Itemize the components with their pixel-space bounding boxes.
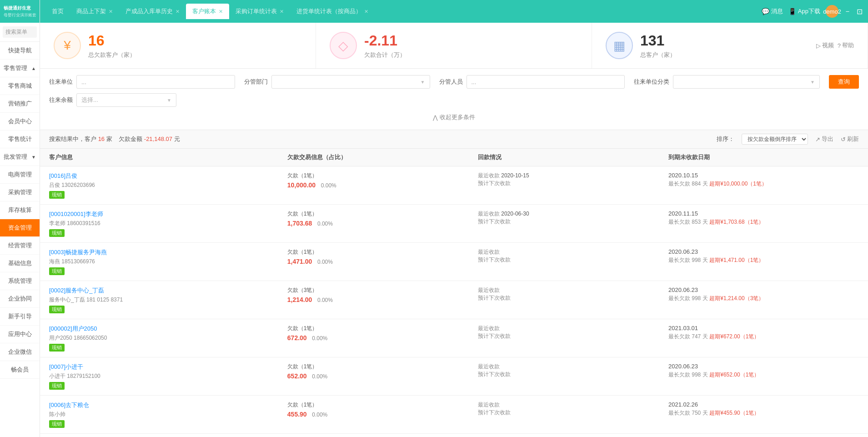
overdue-detail-link[interactable]: 超期¥10,000.00（1笔）	[709, 181, 767, 187]
customer-phone: 吕俊 13026203696	[49, 181, 287, 189]
tab-purchase-stats[interactable]: 采购订单统计表 ✕	[229, 4, 290, 19]
refresh-button[interactable]: ↺ 刷新	[841, 135, 859, 143]
customer-tag: 现销	[49, 382, 65, 390]
customer-phone: 李老师 18600391516	[49, 220, 287, 227]
help-icon: ?	[838, 42, 841, 49]
customer-name-link[interactable]: [0002]服务中心_丁磊	[49, 286, 287, 295]
export-icon: ↗	[815, 136, 820, 143]
debt-info-cell: 欠款（1笔） 1,703.68 0.00%	[287, 210, 478, 227]
customer-info-cell: [0002]服务中心_丁磊 服务中心_丁磊 181 0125 8371 现销	[49, 286, 287, 313]
message-button[interactable]: 💬 消息	[762, 7, 783, 15]
overdue-detail-link[interactable]: 超期¥1,214.00（3笔）	[709, 295, 764, 301]
tab-inbound-stats[interactable]: 进货单统计表（按商品） ✕	[290, 4, 375, 19]
customer-unit-input[interactable]: ...	[76, 75, 235, 89]
customer-name-link[interactable]: [0001020001]李老师	[49, 210, 287, 218]
chevron-down-icon: ▼	[421, 80, 425, 85]
collection-cell: 最近收款 预计下次收款	[478, 401, 668, 417]
debt-info-cell: 欠款（3笔） 1,214.00 0.00%	[287, 286, 478, 303]
collection-cell: 最近收款 预计下次收款	[478, 286, 668, 302]
sidebar-item-basic-info[interactable]: 基础信息	[0, 255, 40, 272]
close-icon[interactable]: ✕	[109, 9, 113, 15]
sidebar-search-area[interactable]: 搜索菜单	[0, 23, 40, 42]
minimize-icon[interactable]: －	[844, 7, 851, 16]
result-info: 搜索结果中，客户 16 家 欠款金额 -21,148.07 元	[49, 135, 180, 143]
customer-name-link[interactable]: [0006]去下粮仓	[49, 401, 287, 409]
export-button[interactable]: ↗ 导出	[815, 135, 833, 143]
filter-customer-unit: 往来单位 ...	[49, 75, 235, 89]
sidebar-item-ecommerce[interactable]: 电商管理	[0, 166, 40, 184]
customer-name-link[interactable]: [0003]畅捷服务尹海燕	[49, 248, 287, 256]
overdue-detail-link[interactable]: 超期¥652.00（1笔）	[709, 372, 759, 378]
sidebar-item-finance[interactable]: 资金管理	[0, 219, 40, 237]
sidebar-item-beginner[interactable]: 新手引导	[0, 308, 40, 326]
sidebar-item-app-center[interactable]: 应用中心	[0, 326, 40, 343]
refresh-icon: ↺	[841, 136, 846, 143]
customer-name-link[interactable]: [0016]吕俊	[49, 172, 287, 180]
filter-balance: 往来余额 选择... ▼	[49, 93, 176, 107]
tab-home[interactable]: 首页	[45, 4, 70, 19]
filter-department: 分管部门 ▼	[244, 75, 430, 89]
overdue-detail-link[interactable]: 超期¥1,703.68（1笔）	[709, 219, 764, 225]
filter-manager: 分管人员 ...	[439, 75, 625, 89]
customer-phone: 陈小帅	[49, 411, 287, 418]
overdue-cell: 2020.06.23 最长欠款 998 天 超期¥652.00（1笔）	[668, 363, 859, 379]
customer-name-link[interactable]: [0007]小进干	[49, 363, 287, 371]
collapse-filter-button[interactable]: ⋀ 收起更多条件	[49, 111, 859, 123]
maximize-icon[interactable]: ⊡	[857, 7, 863, 16]
sidebar-item-system[interactable]: 系统管理	[0, 272, 40, 290]
close-icon[interactable]: ✕	[219, 9, 223, 15]
close-icon[interactable]: ✕	[280, 9, 284, 15]
unit-category-select[interactable]: ▼	[673, 75, 820, 89]
customer-phone: 海燕 18513066976	[49, 258, 287, 266]
help-button[interactable]: ? 帮助	[838, 41, 854, 50]
video-button[interactable]: ▷ 视频	[816, 41, 834, 50]
table-row: [0002]服务中心_丁磊 服务中心_丁磊 181 0125 8371 现销 欠…	[40, 281, 868, 319]
tab-product-listing[interactable]: 商品上下架 ✕	[70, 4, 119, 19]
table-row: [0006]去下粮仓 陈小帅 现销 欠款（1笔） 455.90 0.00% 最近…	[40, 396, 868, 434]
customer-name-link[interactable]: [000002]用户2050	[49, 325, 287, 333]
table-header: 客户信息 欠款交易信息（占比） 回款情况 到期未收款日期	[40, 149, 868, 166]
sidebar-item-marketing[interactable]: 营销推广	[0, 95, 40, 113]
sidebar-item-enterprise-wechat[interactable]: 企业微信	[0, 343, 40, 361]
debt-info-cell: 欠款（1笔） 455.90 0.00%	[287, 401, 478, 418]
manager-input[interactable]: ...	[467, 75, 625, 89]
collection-cell: 最近收款 2020-06-30 预计下次收款	[478, 210, 668, 226]
overdue-detail-link[interactable]: 超期¥455.90（1笔）	[709, 410, 759, 416]
sidebar-item-operations[interactable]: 经营管理	[0, 237, 40, 255]
sidebar-item-retail-stats[interactable]: 零售统计	[0, 131, 40, 148]
search-menu-button[interactable]: 搜索菜单	[3, 26, 37, 38]
sidebar-item-inventory[interactable]: 库存核算	[0, 201, 40, 219]
customer-info-cell: [0007]小进干 小进干 18279152100 现销	[49, 363, 287, 390]
stat-actions: ▷ 视频 ? 帮助	[816, 41, 854, 50]
user-avatar[interactable]: demo2	[826, 5, 838, 18]
sidebar-item-retail-mall[interactable]: 零售商城	[0, 77, 40, 95]
tab-bar: 首页 商品上下架 ✕ 产成品入库单历史 ✕ 客户账本 ✕ 采购订单统计表 ✕ 进…	[45, 4, 762, 19]
result-bar: 搜索结果中，客户 16 家 欠款金额 -21,148.07 元 排序： 按欠款金…	[40, 130, 868, 149]
customer-info-cell: [0016]吕俊 吕俊 13026203696 现销	[49, 172, 287, 199]
sidebar-item-member-vip[interactable]: 畅会员	[0, 361, 40, 379]
app-download-button[interactable]: 📱 App下载	[788, 7, 820, 15]
stat-card-debt-customers: ¥ 16 总欠款客户（家）	[40, 23, 316, 68]
balance-select[interactable]: 选择... ▼	[76, 93, 176, 107]
customer-phone: 用户2050 18665062050	[49, 334, 287, 342]
sidebar-item-member[interactable]: 会员中心	[0, 113, 40, 131]
sidebar-item-enterprise-collab[interactable]: 企业协同	[0, 290, 40, 308]
stat-info-total: -2.11 欠款合计（万）	[364, 32, 406, 59]
sidebar-item-quick-nav[interactable]: 快捷导航	[0, 42, 40, 60]
sort-select[interactable]: 按欠款金额倒序排序	[742, 134, 808, 145]
col-header-customer: 客户信息	[49, 153, 287, 161]
sidebar-item-wholesale[interactable]: 批发管理 ▼	[0, 148, 40, 166]
overdue-detail-link[interactable]: 超期¥1,471.00（1笔）	[709, 257, 764, 263]
tab-customer-ledger[interactable]: 客户账本 ✕	[186, 4, 229, 19]
overdue-detail-link[interactable]: 超期¥672.00（1笔）	[709, 333, 759, 340]
close-icon[interactable]: ✕	[176, 9, 180, 15]
search-button[interactable]: 查询	[829, 75, 859, 89]
customer-tag: 现销	[49, 229, 65, 237]
sidebar-item-retail-mgmt[interactable]: 零售管理 ▲	[0, 60, 40, 77]
table-row: [000001]黄思源 黄思源 13552700226 现销 欠款（1笔） 42…	[40, 434, 868, 437]
department-select[interactable]: ▼	[271, 75, 430, 89]
close-icon[interactable]: ✕	[364, 9, 368, 15]
filter-row-2: 往来余额 选择... ▼	[49, 93, 859, 107]
tab-production-history[interactable]: 产成品入库单历史 ✕	[119, 4, 186, 19]
sidebar-item-purchase[interactable]: 采购管理	[0, 184, 40, 201]
